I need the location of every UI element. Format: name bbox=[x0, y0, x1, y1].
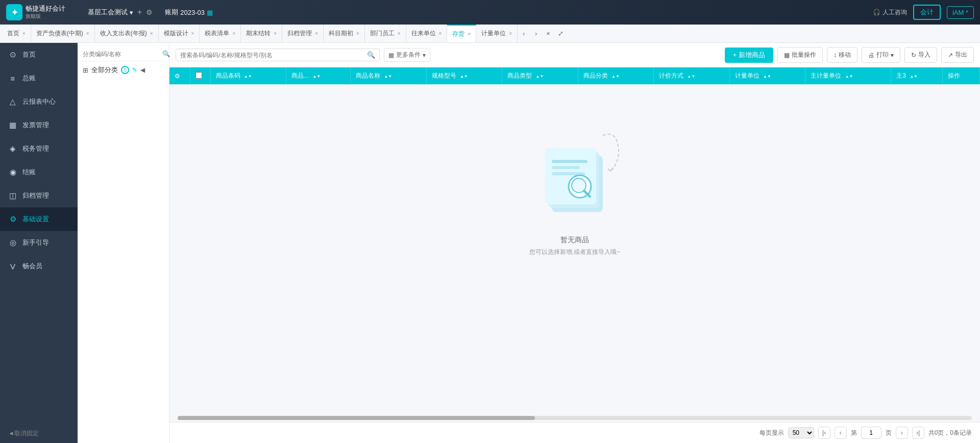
category-collapse-icon[interactable]: ◀ bbox=[140, 66, 145, 74]
close-tab-icon[interactable]: × bbox=[468, 31, 471, 37]
add-product-button[interactable]: + 新增商品 bbox=[725, 48, 773, 63]
iam-label[interactable]: iAM * bbox=[947, 6, 974, 19]
gear-icon[interactable]: ⚙ bbox=[146, 8, 153, 16]
th-spec[interactable]: 规格型号 ▲▼ bbox=[426, 67, 502, 84]
export-button[interactable]: ↗ 导出 bbox=[941, 47, 974, 63]
th-unit[interactable]: 计量单位 ▲▼ bbox=[729, 67, 805, 84]
sidebar-item-home[interactable]: ⊙ 首页 bbox=[0, 43, 78, 66]
content-area: 🔍 ⊞ 全部分类 0 ✎ ◀ 🔍 bbox=[78, 43, 980, 443]
help-button[interactable]: 🎧 人工咨询 bbox=[873, 8, 907, 17]
tab-inventory[interactable]: 存货 × bbox=[447, 25, 476, 43]
close-tab-icon[interactable]: × bbox=[356, 31, 359, 36]
tab-close-all-button[interactable]: × bbox=[542, 25, 554, 43]
th-price-method[interactable]: 计价方式 ▲▼ bbox=[654, 67, 730, 84]
sidebar-label-close: 结账 bbox=[22, 168, 36, 177]
batch-operation-button[interactable]: ▦ 批量操作 bbox=[777, 47, 823, 63]
sidebar-label-guide: 新手引导 bbox=[22, 238, 49, 247]
move-icon: ↕ bbox=[834, 52, 837, 59]
th-barcode[interactable]: 商品条码 ▲▼ bbox=[210, 67, 286, 84]
empty-svg bbox=[524, 125, 626, 217]
sidebar-item-reports[interactable]: △ 云报表中心 bbox=[0, 90, 78, 113]
sidebar-label-home: 首页 bbox=[22, 50, 36, 59]
close-tab-icon[interactable]: × bbox=[232, 31, 235, 36]
print-button[interactable]: 🖨 打印 ▾ bbox=[862, 47, 900, 63]
th-checkbox[interactable] bbox=[190, 67, 210, 84]
plus-icon[interactable]: + bbox=[137, 8, 142, 17]
close-tab-icon[interactable]: × bbox=[439, 31, 442, 36]
table-container: ⚙ 商品条码 ▲▼ 商品... ▲▼ bbox=[169, 67, 980, 414]
account-button[interactable]: 会计 bbox=[913, 5, 941, 20]
unpin-button[interactable]: ◄取消固定 bbox=[0, 424, 78, 443]
headset-icon: 🎧 bbox=[873, 9, 880, 16]
th-settings[interactable]: ⚙ bbox=[169, 67, 190, 84]
scrollbar-thumb[interactable] bbox=[178, 416, 535, 420]
close-tab-icon[interactable]: × bbox=[398, 31, 401, 36]
tab-subject[interactable]: 科目期初 × bbox=[324, 25, 365, 43]
prev-page-button[interactable]: ‹ bbox=[835, 427, 847, 439]
th-category[interactable]: 商品分类 ▲▼ bbox=[578, 67, 654, 84]
more-filter-button[interactable]: ▦ 更多条件 ▾ bbox=[384, 48, 430, 62]
tab-next-button[interactable]: › bbox=[530, 25, 542, 43]
tab-template[interactable]: 模版设计 × bbox=[159, 25, 200, 43]
close-tab-icon[interactable]: × bbox=[22, 31, 26, 36]
sidebar-item-guide[interactable]: ◎ 新手引导 bbox=[0, 231, 78, 254]
tab-bar: 首页 × 资产负债表(中期) × 收入支出表(年报) × 模版设计 × 税表清单… bbox=[0, 25, 980, 43]
close-tab-icon[interactable]: × bbox=[509, 31, 512, 36]
sidebar-label-archive: 归档管理 bbox=[22, 191, 49, 200]
close-tab-icon[interactable]: × bbox=[315, 31, 318, 36]
close-tab-icon[interactable]: × bbox=[150, 31, 153, 36]
horizontal-scrollbar[interactable] bbox=[178, 416, 972, 420]
sidebar-item-close[interactable]: ◉ 结账 bbox=[0, 160, 78, 184]
search-icon[interactable]: 🔍 bbox=[367, 51, 375, 59]
th-actions: 操作 bbox=[943, 67, 980, 84]
svg-rect-4 bbox=[552, 166, 580, 169]
close-tab-icon[interactable]: × bbox=[86, 31, 89, 36]
select-all-checkbox[interactable] bbox=[195, 72, 202, 79]
tab-balance[interactable]: 资产负债表(中期) × bbox=[31, 25, 95, 43]
export-icon: ↗ bbox=[948, 52, 953, 59]
product-search-input[interactable] bbox=[180, 52, 364, 59]
category-edit-icon[interactable]: ✎ bbox=[132, 66, 137, 74]
sort-icon: ▲▼ bbox=[535, 74, 544, 79]
close-tab-icon[interactable]: × bbox=[191, 31, 194, 36]
first-page-button[interactable]: |‹ bbox=[818, 427, 830, 439]
company-selector[interactable]: 基层工会测试 ▾ bbox=[88, 8, 133, 17]
logo-icon: ✦ bbox=[6, 4, 22, 20]
last-page-button[interactable]: ›| bbox=[912, 427, 924, 439]
app-name: 畅捷通好会计 bbox=[26, 5, 65, 13]
tab-contacts[interactable]: 往来单位 × bbox=[406, 25, 448, 43]
tab-archive[interactable]: 归档管理 × bbox=[282, 25, 324, 43]
tab-period-close[interactable]: 期末结转 × bbox=[241, 25, 282, 43]
sort-icon: ▲▼ bbox=[763, 74, 771, 79]
sidebar-item-ledger[interactable]: ≡ 总账 bbox=[0, 66, 78, 90]
sidebar-item-invoice[interactable]: ▦ 发票管理 bbox=[0, 113, 78, 137]
th-code[interactable]: 商品... ▲▼ bbox=[286, 67, 351, 84]
all-categories[interactable]: ⊞ 全部分类 0 ✎ ◀ bbox=[78, 61, 169, 79]
th-name[interactable]: 商品名称 ▲▼ bbox=[351, 67, 427, 84]
empty-illustration bbox=[524, 125, 626, 227]
tab-home[interactable]: 首页 × bbox=[2, 25, 31, 43]
tab-dept[interactable]: 部门员工 × bbox=[365, 25, 406, 43]
sidebar-item-tax[interactable]: ◈ 税务管理 bbox=[0, 137, 78, 160]
sidebar-item-settings[interactable]: ⚙ 基础设置 bbox=[0, 207, 78, 231]
th-type[interactable]: 商品类型 ▲▼ bbox=[502, 67, 578, 84]
next-page-button[interactable]: › bbox=[896, 427, 908, 439]
close-tab-icon[interactable]: × bbox=[274, 31, 277, 36]
category-search-area: 🔍 bbox=[78, 47, 169, 61]
sidebar-item-member[interactable]: V 畅会员 bbox=[0, 254, 78, 278]
category-search-input[interactable] bbox=[83, 51, 159, 58]
import-button[interactable]: ↻ 导入 bbox=[904, 47, 937, 63]
tab-income[interactable]: 收入支出表(年报) × bbox=[95, 25, 159, 43]
tab-expand-button[interactable]: ⤢ bbox=[554, 25, 567, 43]
move-button[interactable]: ↕ 移动 bbox=[827, 47, 857, 63]
sidebar-item-archive[interactable]: ◫ 归档管理 bbox=[0, 184, 78, 207]
calendar-icon[interactable]: ▦ bbox=[207, 9, 213, 16]
tab-unit[interactable]: 计量单位 × bbox=[476, 25, 518, 43]
tab-tax[interactable]: 税表清单 × bbox=[200, 25, 241, 43]
sidebar: ⊙ 首页 ≡ 总账 △ 云报表中心 ▦ 发票管理 ◈ 税务管理 ◉ 结账 ◫ 归… bbox=[0, 43, 78, 443]
th-main-unit[interactable]: 主计量单位 ▲▼ bbox=[805, 67, 891, 84]
th-col3[interactable]: 主3 ▲▼ bbox=[891, 67, 943, 84]
page-input[interactable] bbox=[861, 427, 881, 439]
tab-prev-button[interactable]: ‹ bbox=[518, 25, 530, 43]
per-page-select[interactable]: 50 10 20 100 bbox=[788, 427, 814, 438]
